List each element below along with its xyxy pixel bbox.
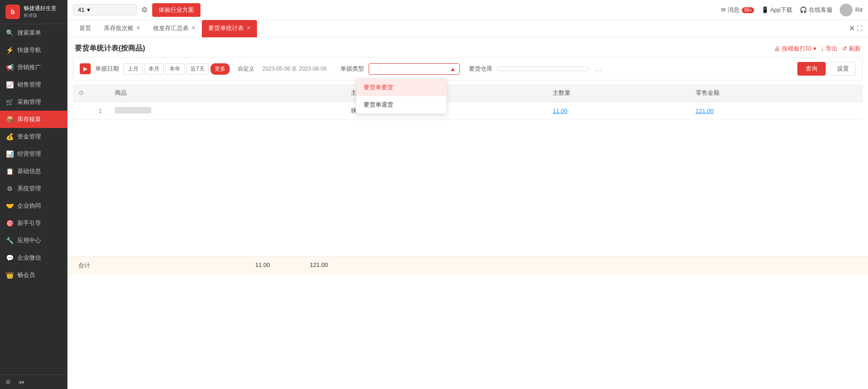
sidebar-item-appcenter[interactable]: 🔧 应用中心 — [0, 232, 67, 249]
filter-expand-btn[interactable]: ▶ — [80, 63, 91, 74]
sidebar-logo: b 畅捷通好生意 标准版 — [0, 0, 67, 24]
sidebar-item-member[interactable]: 👑 畅会员 — [0, 266, 67, 284]
megaphone-icon: 📢 — [5, 64, 14, 71]
handshake-icon: 🤝 — [5, 202, 14, 210]
company-selector[interactable]: 41 ▾ — [73, 4, 137, 15]
user-menu[interactable]: Rit — [840, 4, 863, 16]
type-filter-label: 单据类型 — [340, 65, 364, 73]
tab-order-stats[interactable]: 要货单统计表 ✕ — [202, 20, 257, 37]
column-settings-icon[interactable]: ⚙ — [78, 89, 84, 97]
company-name: 41 — [78, 6, 84, 13]
tab-summary-label: 收发存汇总表 — [153, 24, 189, 32]
online-service-btn[interactable]: 🎧 在线客服 — [800, 6, 832, 14]
download-icon: 📱 — [761, 6, 769, 13]
tab-batch-close[interactable]: ✕ — [136, 25, 140, 31]
cart-icon: 🛒 — [5, 98, 14, 106]
last-7-days-btn[interactable]: 近7天 — [186, 63, 209, 75]
page-content: 要货单统计表(按商品) 🖨 按模板打印 ▾ ↓ 导出 ↺ 刷新 ▶ — [67, 37, 868, 389]
dropdown-option-0[interactable]: 要货单要货 — [356, 79, 447, 96]
expand-tabs-btn[interactable]: ⛶ — [857, 25, 863, 32]
custom-date-btn[interactable]: 自定义 — [234, 64, 258, 74]
row-num-cell: 1 — [91, 102, 109, 120]
print-icon: 🖨 — [774, 45, 780, 52]
tabbar: 首页 库存批次账 ✕ 收发存汇总表 ✕ 要货单统计表 ✕ ✕ ⛶ — [67, 20, 868, 37]
col-goods-header: 商品 — [109, 84, 345, 102]
sidebar-item-guide[interactable]: 🎯 新手引导 — [0, 215, 67, 232]
row-amount-cell[interactable]: 121.00 — [690, 102, 863, 120]
sidebar-item-wechat[interactable]: 💬 企业微信 — [0, 249, 67, 266]
sidebar-item-purchase[interactable]: 🛒 采购管理 — [0, 93, 67, 111]
close-all-tabs-btn[interactable]: ✕ — [849, 24, 855, 33]
sidebar-item-search[interactable]: 🔍 搜索菜单 — [0, 24, 67, 41]
tab-batch-account[interactable]: 库存批次账 ✕ — [98, 20, 147, 37]
messages-label: 消息 — [728, 6, 740, 13]
settings-icon[interactable]: ⚙ — [5, 379, 11, 385]
this-year-btn[interactable]: 本年 — [165, 63, 185, 75]
footer-label-text: 合计 — [78, 262, 90, 269]
sidebar-item-inventory[interactable]: 📦 库存核算 — [0, 111, 67, 128]
tab-summary[interactable]: 收发存汇总表 ✕ — [147, 20, 202, 37]
date-label: 单据日期 — [95, 65, 119, 73]
refresh-icon: ↺ — [842, 45, 847, 52]
target-icon: 🎯 — [5, 220, 14, 227]
search-icon: 🔍 — [5, 29, 14, 36]
app-download-btn[interactable]: 📱 App下载 — [761, 6, 792, 14]
page-header: 要货单统计表(按商品) 🖨 按模板打印 ▾ ↓ 导出 ↺ 刷新 — [67, 37, 868, 57]
page-title: 要货单统计表(按商品) — [75, 44, 145, 53]
tab-order-stats-label: 要货单统计表 — [208, 24, 244, 32]
row-settings-cell — [73, 102, 91, 120]
data-table: ⚙ 商品 主计量单位 主数量 零售金额 1 — [73, 84, 863, 120]
sidebar: b 畅捷通好生意 标准版 🔍 搜索菜单 ⚡ 快捷导航 📢 营销推广 📈 销售管理… — [0, 0, 67, 389]
table-row: 1 块 11.00 121.00 — [73, 102, 863, 120]
sidebar-item-sales[interactable]: 📈 销售管理 — [0, 76, 67, 93]
warehouse-filter-input[interactable] — [497, 67, 588, 71]
settings-gear-icon[interactable]: ⚙ — [141, 5, 148, 14]
sidebar-item-label: 畅会员 — [17, 271, 35, 279]
message-icon: ✉ — [721, 6, 726, 13]
topbar: 41 ▾ ⚙ 体验行业方案 ✉ 消息 99+ 📱 App下载 🎧 在线客服 Ri… — [67, 0, 868, 20]
col-amount-header: 零售金额 — [690, 84, 863, 102]
trial-button[interactable]: 体验行业方案 — [152, 3, 200, 17]
sidebar-item-collab[interactable]: 🤝 企业协同 — [0, 197, 67, 215]
sidebar-bottom: ⚙ ⏮ — [0, 374, 67, 389]
sidebar-item-system[interactable]: ⚙ 系统管理 — [0, 180, 67, 197]
money-icon: 💰 — [5, 133, 14, 140]
this-month-btn[interactable]: 本月 — [144, 63, 164, 75]
export-icon: ↓ — [821, 45, 824, 52]
sidebar-item-finance[interactable]: 💰 资金管理 — [0, 128, 67, 145]
sidebar-item-label: 资金管理 — [17, 133, 41, 141]
chat-icon: 💬 — [5, 254, 14, 261]
chevron-up-icon: ▲ — [450, 66, 456, 72]
sidebar-item-marketing[interactable]: 📢 营销推广 — [0, 59, 67, 76]
dropdown-option-1[interactable]: 要货单退货 — [356, 96, 447, 113]
filter-settings-button[interactable]: 设置 — [830, 62, 856, 76]
empty-space — [67, 120, 868, 256]
app-download-label: App下载 — [770, 6, 792, 13]
sidebar-item-quicknav[interactable]: ⚡ 快捷导航 — [0, 41, 67, 59]
sidebar-item-operations[interactable]: 📊 经营管理 — [0, 145, 67, 163]
date-buttons: 上月 本月 本年 近7天 更多 — [123, 63, 230, 75]
type-filter-dropdown[interactable]: ▲ — [369, 63, 460, 75]
sidebar-item-label: 营销推广 — [17, 63, 41, 72]
export-label: 导出 — [826, 45, 837, 53]
tab-home[interactable]: 首页 — [73, 20, 98, 37]
row-qty-cell[interactable]: 11.00 — [547, 102, 690, 120]
refresh-btn[interactable]: ↺ 刷新 — [842, 45, 861, 53]
goods-placeholder — [115, 107, 151, 113]
table-header-row: ⚙ 商品 主计量单位 主数量 零售金额 — [73, 84, 863, 102]
query-button[interactable]: 查询 — [797, 62, 826, 76]
sidebar-item-label: 经营管理 — [17, 150, 41, 158]
sidebar-item-basics[interactable]: 📋 基础信息 — [0, 163, 67, 180]
more-dates-btn[interactable]: 更多 — [211, 63, 230, 75]
collapse-icon[interactable]: ⏮ — [18, 379, 24, 385]
tab-summary-close[interactable]: ✕ — [191, 25, 195, 31]
last-month-btn[interactable]: 上月 — [123, 63, 143, 75]
messages-btn[interactable]: ✉ 消息 99+ — [721, 6, 754, 14]
footer-amount: 121.00 — [310, 261, 365, 270]
print-btn[interactable]: 🖨 按模板打印 ▾ — [774, 45, 817, 53]
tab-order-stats-close[interactable]: ✕ — [247, 25, 251, 31]
logo-name: 畅捷通好生意 — [24, 5, 56, 12]
export-btn[interactable]: ↓ 导出 — [821, 45, 838, 53]
filter-more-icon[interactable]: … — [595, 65, 602, 73]
page-actions: 🖨 按模板打印 ▾ ↓ 导出 ↺ 刷新 — [774, 45, 861, 53]
